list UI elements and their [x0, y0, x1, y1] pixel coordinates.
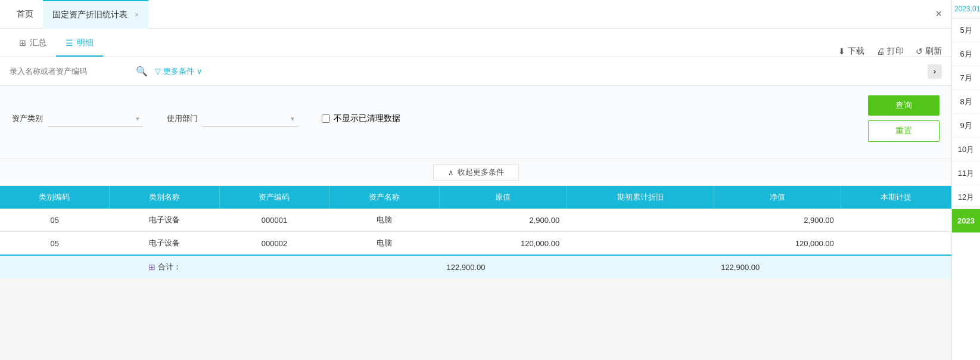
cell-original-value-0: 2,900.00 [439, 209, 567, 232]
department-select[interactable] [203, 110, 298, 127]
cell-category-code-0: 05 [0, 209, 109, 232]
department-filter: 使用部门 ▼ [167, 110, 298, 127]
footer-period-total [841, 255, 951, 278]
asset-category-select[interactable] [48, 110, 143, 127]
cell-asset-code-1: 000002 [219, 232, 329, 256]
active-tab[interactable]: 固定资产折旧统计表 × [43, 0, 148, 29]
search-bar: 🔍 ▽ 更多条件 ∨ › [0, 57, 951, 86]
table-header-row: 类别编码 类别名称 资产编码 资产名称 原值 期初累计折旧 净值 本期计提 [0, 186, 951, 209]
filter-area: 资产类别 ▼ 使用部门 ▼ 不显示已清理数 [0, 86, 951, 159]
tabs-row: ⊞ 汇总 ☰ 明细 ⬇ 下载 🖨 打印 ↺ 刷新 [0, 29, 951, 57]
hide-cleared-checkbox[interactable] [322, 114, 330, 123]
side-month-5[interactable]: 5月 [952, 18, 980, 42]
cell-category-name-0: 电子设备 [109, 209, 219, 232]
footer-dep-total [567, 255, 714, 278]
col-asset-name: 资产名称 [329, 186, 440, 209]
collapse-bar: ∧ 收起更多条件 [0, 159, 951, 186]
side-date-header[interactable]: 2023.01 [952, 0, 980, 18]
query-button[interactable]: 查询 [868, 95, 939, 116]
search-icon: 🔍 [136, 66, 148, 77]
side-month-11[interactable]: 11月 [952, 162, 980, 185]
cell-net-value-0: 2,900.00 [714, 209, 841, 232]
tab-summary-label: 汇总 [30, 38, 46, 48]
col-net-value: 净值 [714, 186, 841, 209]
cell-category-name-1: 电子设备 [109, 232, 219, 256]
download-button[interactable]: ⬇ 下载 [838, 46, 864, 57]
cell-current-period-0 [841, 209, 951, 232]
table-row: 05 电子设备 000002 电脑 120,000.00 120,000.00 [0, 232, 951, 256]
side-month-8[interactable]: 8月 [952, 90, 980, 114]
table-footer-row: ⊞ 合计： 122,900.00 122,900.00 [0, 255, 951, 278]
filter-actions: 查询 重置 [868, 95, 939, 142]
reset-button[interactable]: 重置 [868, 120, 939, 142]
table-row: 05 电子设备 000001 电脑 2,900.00 2,900.00 [0, 209, 951, 232]
detail-icon: ☰ [66, 38, 73, 48]
side-month-9[interactable]: 9月 [952, 114, 980, 138]
footer-net-total: 122,900.00 [714, 255, 841, 278]
tab-detail-label: 明细 [77, 38, 94, 48]
tab-detail[interactable]: ☰ 明细 [56, 30, 103, 57]
cell-current-period-1 [841, 232, 951, 256]
collapse-label: 收起更多条件 [458, 167, 504, 178]
cell-accumulated-dep-0 [567, 209, 714, 232]
print-icon: 🖨 [876, 46, 885, 56]
cell-asset-name-1: 电脑 [329, 232, 440, 256]
footer-label-cell: ⊞ 合计： [0, 255, 329, 278]
side-month-12[interactable]: 12月 [952, 185, 980, 209]
footer-original-total: 122,900.00 [439, 255, 567, 278]
department-label: 使用部门 [167, 113, 198, 124]
cell-original-value-1: 120,000.00 [439, 232, 567, 256]
side-month-panel: 2023.01 5月 6月 7月 8月 9月 10月 11月 12月 2023 [951, 0, 980, 360]
hide-cleared-group: 不显示已清理数据 [322, 113, 400, 124]
filter-icon: ▽ [155, 67, 161, 76]
asset-category-select-wrapper: ▼ [48, 110, 143, 127]
top-nav: 首页 固定资产折旧统计表 × × [0, 0, 951, 29]
side-arrow: › [928, 64, 942, 79]
active-tab-label: 固定资产折旧统计表 [52, 10, 127, 20]
refresh-label: 刷新 [925, 46, 942, 57]
year-badge[interactable]: 2023 [952, 209, 980, 233]
cell-asset-name-0: 电脑 [329, 209, 440, 232]
side-month-7[interactable]: 7月 [952, 66, 980, 90]
cell-category-code-1: 05 [0, 232, 109, 256]
cell-net-value-1: 120,000.00 [714, 232, 841, 256]
data-table: 类别编码 类别名称 资产编码 资产名称 原值 期初累计折旧 净值 本期计提 05… [0, 186, 951, 278]
col-category-name: 类别名称 [109, 186, 219, 209]
asset-category-filter: 资产类别 ▼ [12, 110, 143, 127]
total-icon: ⊞ [148, 262, 155, 272]
refresh-button[interactable]: ↺ 刷新 [916, 46, 942, 57]
download-label: 下载 [848, 46, 864, 57]
tab-close-icon[interactable]: × [135, 11, 139, 19]
search-input[interactable] [10, 67, 129, 76]
cell-accumulated-dep-1 [567, 232, 714, 256]
hide-cleared-label: 不显示已清理数据 [334, 113, 400, 124]
toolbar-right: ⬇ 下载 🖨 打印 ↺ 刷新 [838, 46, 942, 57]
table-container: 类别编码 类别名称 资产编码 资产名称 原值 期初累计折旧 净值 本期计提 05… [0, 186, 951, 278]
window-close-icon[interactable]: × [935, 8, 942, 20]
collapse-button[interactable]: ∧ 收起更多条件 [433, 164, 519, 181]
collapse-chevron-icon: ∧ [448, 168, 454, 177]
footer-label: 合计： [158, 262, 181, 272]
home-nav[interactable]: 首页 [10, 9, 41, 20]
col-category-code: 类别编码 [0, 186, 109, 209]
asset-category-label: 资产类别 [12, 113, 43, 124]
side-month-6[interactable]: 6月 [952, 42, 980, 66]
col-current-period: 本期计提 [841, 186, 951, 209]
department-select-wrapper: ▼ [203, 110, 298, 127]
more-conditions-label: 更多条件 [163, 66, 194, 77]
col-asset-code: 资产编码 [219, 186, 329, 209]
chevron-down-icon: ∨ [197, 67, 203, 76]
print-button[interactable]: 🖨 打印 [876, 46, 904, 57]
download-icon: ⬇ [838, 46, 845, 56]
cell-asset-code-0: 000001 [219, 209, 329, 232]
print-label: 打印 [887, 46, 904, 57]
col-original-value: 原值 [439, 186, 567, 209]
summary-icon: ⊞ [19, 38, 26, 48]
more-conditions-button[interactable]: ▽ 更多条件 ∨ [155, 66, 203, 77]
refresh-icon: ↺ [916, 46, 923, 56]
footer-empty-1 [329, 255, 440, 278]
tab-summary[interactable]: ⊞ 汇总 [10, 30, 56, 57]
side-panel-arrow-button[interactable]: › [928, 64, 942, 79]
side-month-10[interactable]: 10月 [952, 138, 980, 162]
col-accumulated-dep: 期初累计折旧 [567, 186, 714, 209]
